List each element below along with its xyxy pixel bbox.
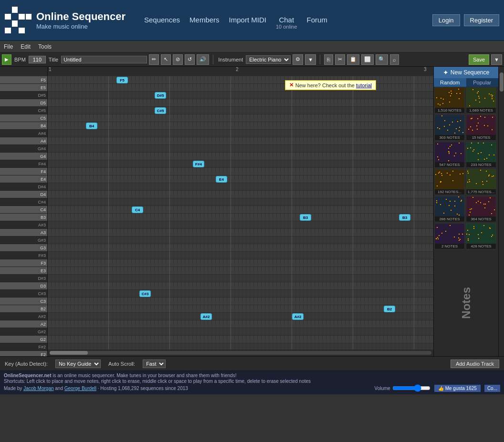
nav-sequences[interactable]: Sequences [144,16,180,24]
menu-edit[interactable]: Edit [21,43,31,50]
note[interactable]: B2 [384,306,395,312]
piano-key-g4[interactable]: G4 [0,153,48,160]
pencil-button[interactable]: ✏ [149,54,159,65]
piano-key-ds3[interactable]: D#3 [0,275,48,282]
grid-row[interactable] [48,282,433,290]
piano-key-c5[interactable]: C5 [0,114,48,122]
nav-forum[interactable]: Forum [307,16,327,24]
piano-key-cs4[interactable]: C#4 [0,198,48,206]
grid-canvas[interactable]: F5D#5C#5B4F#4E4C4B3B3A3C#3A#2B2A#2 [48,76,433,349]
piano-key-f4[interactable]: F4 [0,168,48,175]
piano-key-f5[interactable]: F5 [0,76,48,84]
key-select[interactable]: No Key Guide [55,360,101,368]
piano-key-a4[interactable]: A4 [0,137,48,145]
note[interactable]: C4 [132,206,143,213]
nav-chat[interactable]: Chat 10 online [276,16,297,30]
login-button[interactable]: Login [432,14,460,26]
inst-settings-button[interactable]: ⚙ [293,54,303,65]
note[interactable]: A#2 [200,313,212,320]
grid-row[interactable] [48,107,433,114]
grid-row[interactable] [48,99,433,107]
add-audio-button[interactable]: Add Audio Track [451,360,499,368]
grid-row[interactable] [48,229,433,236]
piano-key-gs2[interactable]: G#2 [0,328,48,336]
grid-row[interactable] [48,305,433,313]
tab-random[interactable]: Random [434,78,466,87]
piano-key-e5[interactable]: E5 [0,84,48,92]
sidebar-thumb-11[interactable]: 2 NOTES [434,223,465,249]
sidebar-thumb-5[interactable]: 547 NOTES [434,142,465,168]
grid-row[interactable] [48,214,433,221]
grid-row[interactable] [48,298,433,305]
grid-row[interactable] [48,130,433,137]
piano-key-b4[interactable]: B4 [0,122,48,130]
piano-key-g2[interactable]: G2 [0,336,48,343]
grid-row[interactable] [48,336,433,343]
grid-row[interactable] [48,175,433,183]
autoscroll-select[interactable]: Fast [143,360,166,368]
cut-button[interactable]: ✂ [335,54,345,65]
sidebar-thumb-2[interactable]: 1,689 NOTES [466,87,496,113]
grid-row[interactable] [48,92,433,99]
grid-row[interactable] [48,198,433,206]
piano-key-b3[interactable]: B3 [0,214,48,221]
nav-members[interactable]: Members [189,16,220,24]
grid-row[interactable] [48,114,433,122]
piano-key-as2[interactable]: A#2 [0,313,48,320]
save-dropdown[interactable]: ▼ [491,54,502,65]
author2-link[interactable]: George Burdell [64,386,96,391]
tab-popular[interactable]: Popular [466,78,499,87]
play-button[interactable]: ▶ [2,54,11,65]
piano-key-as4[interactable]: A#4 [0,130,48,137]
sidebar-thumb-6[interactable]: 233 NOTES [466,142,496,168]
note[interactable]: C#5 [155,107,166,114]
new-sequence-button[interactable]: ✦ New Sequence [434,67,498,78]
grid-row[interactable] [48,122,433,130]
piano-key-d3[interactable]: D3 [0,282,48,290]
piano-key-d5[interactable]: D5 [0,99,48,107]
author1-link[interactable]: Jacob Morgan [23,386,53,391]
grid-row[interactable] [48,153,433,160]
grid-row[interactable] [48,236,433,244]
note[interactable]: F#4 [193,161,204,167]
grid-row[interactable] [48,221,433,229]
piano-key-fs4[interactable]: F#4 [0,160,48,168]
piano-key-g3[interactable]: G3 [0,244,48,252]
piano-key-d4[interactable]: D4 [0,191,48,198]
fb-comment-button[interactable]: Co... [484,385,500,392]
register-button[interactable]: Register [464,14,499,26]
save-button[interactable]: Save [469,54,489,65]
note[interactable]: D#5 [155,92,166,99]
piano-key-b2[interactable]: B2 [0,305,48,313]
piano-key-a2[interactable]: A2 [0,320,48,328]
grid-row[interactable] [48,290,433,298]
grid-row[interactable] [48,275,433,282]
undo-button[interactable]: ⊘ [173,54,183,65]
tooltip-close[interactable]: ✕ [289,82,294,88]
sidebar-thumb-4[interactable]: 15 NOTES [466,114,496,141]
grid-row[interactable] [48,267,433,275]
menu-file[interactable]: File [4,43,13,50]
sidebar-thumb-10[interactable]: 364 NOTES [466,196,496,222]
piano-key-f3[interactable]: F3 [0,259,48,267]
zoom-button[interactable]: ⌕ [390,54,399,65]
grid-area[interactable]: ✕ New here? Check out the tutorial F5D#5… [48,76,433,349]
sidebar-thumb-3[interactable]: 303 NOTES [434,114,465,141]
piano-key-c4[interactable]: C4 [0,206,48,214]
piano-key-e4[interactable]: E4 [0,175,48,183]
nav-import-midi[interactable]: Import MIDI [229,16,266,24]
bpm-input[interactable] [29,56,46,63]
inst-extra-button[interactable]: ▼ [305,54,316,65]
note[interactable]: A#2 [292,313,304,320]
note[interactable]: B3 [399,214,410,221]
h-scrollbar-thumb[interactable] [50,351,88,355]
paste-button[interactable]: 📋 [347,54,359,65]
piano-key-c3[interactable]: C3 [0,298,48,305]
piano-key-f2[interactable]: F2 [0,351,48,356]
note[interactable]: B3 [300,214,311,221]
piano-key-cs5[interactable]: C#5 [0,107,48,114]
grid-row[interactable] [48,259,433,267]
instrument-select[interactable]: Electric Piano [246,55,291,64]
note[interactable]: B4 [86,123,97,129]
sidebar-thumb-7[interactable]: 192 NOTES... [434,169,465,195]
